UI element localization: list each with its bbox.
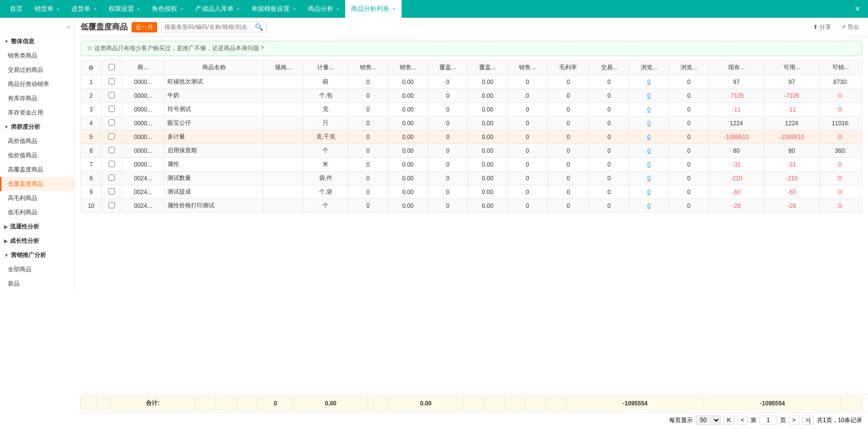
cell-checkbox[interactable]: [102, 130, 122, 144]
nav-product-analysis-list[interactable]: 商品分析列表 ×: [345, 0, 401, 18]
cell-browse1[interactable]: 0: [629, 116, 669, 130]
row-checkbox[interactable]: [108, 188, 115, 195]
th-saleable[interactable]: 可销...: [819, 60, 862, 75]
cell-checkbox[interactable]: [102, 185, 122, 199]
cell-checkbox[interactable]: [102, 199, 122, 213]
close-icon[interactable]: ×: [293, 6, 296, 12]
sidebar-item-high-margin[interactable]: 高毛利商品: [0, 191, 74, 205]
cell-browse1[interactable]: 0: [629, 171, 669, 185]
th-sku[interactable]: 商...: [122, 60, 164, 75]
sidebar-item-low-margin[interactable]: 低毛利商品: [0, 205, 74, 220]
sidebar-section-structure[interactable]: ▼ 类群度分析: [0, 120, 74, 134]
sidebar-section-flow[interactable]: ▶ 流通性分析: [0, 220, 74, 234]
th-sale3[interactable]: 销售...: [508, 60, 547, 75]
row-checkbox[interactable]: [108, 147, 115, 153]
cell-checkbox[interactable]: [102, 144, 122, 158]
th-trade[interactable]: 交易...: [589, 60, 629, 75]
nav-home[interactable]: 首页: [4, 0, 28, 18]
sidebar-item-in-stock-goods[interactable]: 有库存商品: [0, 91, 74, 106]
th-browse2[interactable]: 浏览...: [669, 60, 708, 75]
nav-permission-settings[interactable]: 权限设置 ×: [103, 0, 146, 18]
cell-sale3: 0: [508, 116, 547, 130]
close-icon[interactable]: ×: [56, 6, 59, 12]
row-checkbox[interactable]: [108, 106, 115, 112]
export-button[interactable]: ↗ 导出: [838, 22, 862, 32]
sidebar-section-growth[interactable]: ▶ 成长性分析: [0, 234, 74, 248]
sidebar-item-all-goods[interactable]: 全部商品: [0, 262, 74, 277]
last-page-button[interactable]: >|: [802, 416, 814, 425]
close-icon[interactable]: ×: [237, 6, 240, 12]
cell-checkbox[interactable]: [102, 103, 122, 116]
th-current-stock[interactable]: 现有...: [709, 60, 764, 75]
th-unit[interactable]: 计量...: [303, 60, 348, 75]
th-browse1[interactable]: 浏览...: [629, 60, 669, 75]
row-checkbox[interactable]: [108, 202, 115, 208]
cell-browse1[interactable]: 0: [629, 144, 669, 158]
row-checkbox[interactable]: [108, 119, 115, 126]
row-checkbox[interactable]: [108, 161, 115, 167]
cell-browse1[interactable]: 0: [629, 130, 669, 144]
th-settings[interactable]: ⚙: [81, 60, 102, 75]
nav-product-inbound[interactable]: 产成品入库单 ×: [190, 0, 245, 18]
first-page-button[interactable]: K: [724, 416, 734, 425]
row-checkbox[interactable]: [108, 133, 115, 140]
cell-checkbox[interactable]: [102, 171, 122, 185]
close-icon[interactable]: ×: [93, 6, 96, 12]
search-input[interactable]: [164, 24, 253, 30]
sidebar-item-traded-goods[interactable]: 交易过的商品: [0, 63, 74, 77]
close-icon[interactable]: ×: [180, 6, 183, 12]
cell-browse1[interactable]: 0: [629, 199, 669, 213]
sidebar-section-overall[interactable]: ▼ 整体信息: [0, 34, 74, 49]
close-icon[interactable]: ×: [336, 6, 339, 12]
sidebar-item-high-value[interactable]: 高价值商品: [0, 134, 74, 148]
sidebar-item-sales-goods[interactable]: 销售类商品: [0, 49, 74, 63]
nav-role-auth[interactable]: 角色授权 ×: [146, 0, 189, 18]
search-icon[interactable]: 🔍: [255, 23, 263, 31]
cell-checkbox[interactable]: [102, 75, 122, 89]
th-cover2[interactable]: 覆盖...: [468, 60, 508, 75]
page-number-input[interactable]: [760, 416, 777, 425]
sidebar-item-category-sales-rate[interactable]: 商品分类动销率: [0, 77, 74, 91]
close-icon[interactable]: ×: [392, 6, 395, 12]
sidebar-item-low-coverage[interactable]: 低覆盖度商品: [0, 177, 74, 191]
nav-purchase-order[interactable]: 进货单 ×: [65, 0, 102, 18]
cell-browse1[interactable]: 0: [629, 158, 669, 171]
select-all-checkbox[interactable]: [108, 64, 115, 70]
sidebar-item-low-value[interactable]: 低价值商品: [0, 148, 74, 163]
sidebar-section-marketing[interactable]: ▼ 营销推广分析: [0, 248, 74, 262]
sidebar-collapse-button[interactable]: «: [67, 24, 70, 30]
share-button[interactable]: ⬆ 分享: [810, 22, 834, 32]
time-filter-button[interactable]: 近一月: [132, 22, 157, 32]
sidebar-item-high-coverage[interactable]: 高覆盖度商品: [0, 163, 74, 177]
per-page-select[interactable]: 50 20 100: [696, 415, 721, 425]
sidebar-item-new-goods[interactable]: 新品: [0, 277, 74, 291]
row-checkbox[interactable]: [108, 174, 115, 181]
th-gross-rate[interactable]: 毛利率: [547, 60, 589, 75]
row-checkbox[interactable]: [108, 78, 115, 85]
th-checkbox[interactable]: [102, 60, 122, 75]
prev-page-button[interactable]: <: [737, 416, 748, 425]
cell-checkbox[interactable]: [102, 89, 122, 103]
cell-current-stock: -31: [709, 158, 764, 171]
cell-browse1[interactable]: 0: [629, 89, 669, 103]
close-icon[interactable]: ×: [137, 6, 140, 12]
nav-template-settings[interactable]: 单据模板设置 ×: [245, 0, 301, 18]
th-spec[interactable]: 规格...: [264, 60, 303, 75]
window-close-button[interactable]: ×: [851, 4, 864, 14]
th-available[interactable]: 可用...: [764, 60, 819, 75]
nav-product-analysis[interactable]: 商品分析 ×: [302, 0, 345, 18]
row-checkbox[interactable]: [108, 92, 115, 98]
sidebar-item-stock-capital[interactable]: 库存资金占用: [0, 106, 74, 120]
cell-checkbox[interactable]: [102, 158, 122, 171]
cell-browse1[interactable]: 0: [629, 103, 669, 116]
cell-browse1[interactable]: 0: [629, 75, 669, 89]
th-name[interactable]: 商品名称: [164, 60, 264, 75]
nav-sales-order[interactable]: 销货单 ×: [28, 0, 65, 18]
next-page-button[interactable]: >: [789, 416, 799, 425]
th-sale-amt[interactable]: 销售...: [388, 60, 428, 75]
th-sale-qty[interactable]: 销售...: [348, 60, 388, 75]
sidebar-wrapper: « ▼ 整体信息 销售类商品 交易过的商品 商品分类动销率 有库存商品 库存资金…: [0, 18, 75, 428]
th-cover1[interactable]: 覆盖...: [428, 60, 467, 75]
cell-browse1[interactable]: 0: [629, 185, 669, 199]
cell-checkbox[interactable]: [102, 116, 122, 130]
